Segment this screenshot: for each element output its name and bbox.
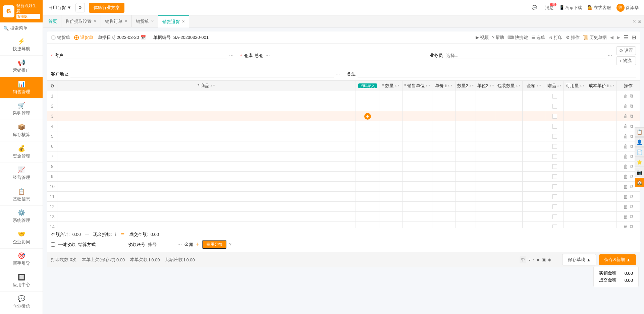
right-float-camera[interactable]: 📷: [635, 168, 644, 177]
gift-checkbox[interactable]: [552, 225, 557, 228]
row-copy-btn[interactable]: ⧉: [630, 153, 633, 159]
table-gear-icon[interactable]: ⚙: [50, 83, 54, 88]
col-unit-price-sort[interactable]: 单价 ℹ ▲▼: [435, 83, 452, 89]
tab-sale-return-close[interactable]: ✕: [182, 19, 185, 24]
row-delete-btn[interactable]: 🗑: [623, 134, 628, 139]
sidebar-item-finance[interactable]: 💰 资金管理: [0, 141, 43, 163]
row-copy-btn[interactable]: ⧉: [630, 204, 633, 209]
toolbar-help[interactable]: ? 帮助: [492, 35, 504, 41]
message-badge[interactable]: 💬 70 消息: [532, 5, 554, 11]
save-draft-button[interactable]: 保存草稿 ▲: [562, 254, 597, 265]
sidebar-item-marketing[interactable]: 📢 营销推广: [0, 56, 43, 77]
right-float-star[interactable]: ⭐: [635, 158, 644, 167]
logistics-side-btn[interactable]: + 物流: [616, 56, 636, 65]
sidebar-item-basic[interactable]: 📋 基础信息: [0, 184, 43, 206]
row-copy-btn[interactable]: ⧉: [630, 103, 633, 109]
taskbar-icon-2[interactable]: ÷: [528, 257, 531, 262]
one-click-payment-checkbox[interactable]: [51, 242, 55, 247]
salesperson-select-btn[interactable]: ···: [608, 53, 612, 59]
row-delete-btn[interactable]: 🗑: [623, 174, 628, 179]
tab-sale-order[interactable]: 销售订单 ✕: [101, 15, 132, 27]
taskbar-icon-6[interactable]: ⊕: [548, 257, 551, 262]
row-copy-btn[interactable]: ⧉: [630, 133, 633, 139]
row-delete-btn[interactable]: 🗑: [623, 194, 628, 199]
row-copy-btn[interactable]: ⧉: [630, 194, 633, 199]
right-float-home[interactable]: 🏠: [635, 178, 644, 187]
row-copy-btn[interactable]: ⧉: [630, 184, 633, 189]
view-grid-btn[interactable]: ⊞: [632, 34, 636, 41]
col-pack-qty-sort[interactable]: 包装数量 ▲▼: [497, 83, 521, 89]
col-available-sort[interactable]: 可用量 ▲▼: [566, 83, 585, 89]
right-float-document[interactable]: 📄: [635, 147, 644, 157]
toolbar-operation[interactable]: ⚙ 操作: [566, 35, 580, 41]
col-product-sort[interactable]: * 商品 ▲▼: [198, 83, 215, 89]
view-list-btn[interactable]: ☰: [624, 34, 628, 41]
taskbar-icon-3[interactable]: ↑: [533, 257, 535, 262]
sidebar-item-system[interactable]: ⚙️ 系统管理: [0, 206, 43, 227]
experience-button[interactable]: 体验行业方案: [89, 3, 124, 13]
row-copy-btn[interactable]: ⧉: [630, 113, 633, 119]
col-sale-unit-sort[interactable]: * 销售单位 ▲▼: [404, 83, 431, 89]
row-copy-btn[interactable]: ⧉: [630, 174, 633, 179]
col-gift-sort[interactable]: 赠品 ▲▼: [547, 83, 562, 89]
taskbar-icon-5[interactable]: ▣: [542, 257, 546, 262]
customer-addr-input[interactable]: [70, 71, 334, 77]
sidebar-search[interactable]: 🔍 搜索菜单: [0, 22, 43, 34]
row-delete-btn[interactable]: 🗑: [623, 184, 628, 189]
app-download[interactable]: 📱 App下载: [559, 5, 582, 11]
customer-select-btn[interactable]: ···: [229, 53, 233, 59]
add-amount-btn[interactable]: +: [196, 241, 200, 248]
tab-maximize[interactable]: ⊡: [638, 19, 641, 24]
col-qty2-sort[interactable]: 数量2 ▲▼: [457, 83, 474, 89]
sidebar-item-shortcuts[interactable]: ⚡ 快捷导航: [0, 34, 43, 56]
sidebar-item-operations[interactable]: 📈 经营管理: [0, 163, 43, 184]
account-num-input[interactable]: [148, 242, 175, 247]
gift-checkbox[interactable]: [552, 124, 557, 129]
col-unit2-sort[interactable]: 单位2 ▲▼: [477, 83, 494, 89]
taskbar-icon-4[interactable]: ■: [537, 257, 540, 262]
row-delete-btn[interactable]: 🗑: [623, 104, 628, 109]
gift-checkbox[interactable]: [552, 114, 557, 119]
salesperson-input[interactable]: [445, 52, 606, 59]
customer-input[interactable]: [65, 52, 227, 59]
row-delete-btn[interactable]: 🗑: [623, 124, 628, 129]
row-delete-btn[interactable]: 🗑: [623, 144, 628, 149]
settings-side-btn[interactable]: ⚙ 设置: [616, 46, 636, 55]
taskbar-icon-1[interactable]: 中: [520, 256, 526, 263]
online-service[interactable]: 💁 在线客服: [587, 5, 611, 11]
col-quantity-sort[interactable]: * 数量 ▲▼: [382, 83, 400, 89]
fee-split-btn[interactable]: 费用分摊: [202, 240, 226, 249]
sidebar-item-wechat[interactable]: 💬 企业微信: [0, 292, 43, 313]
sidebar-item-inventory[interactable]: 📦 库存核算: [0, 120, 43, 141]
toolbar-video[interactable]: ▶ 视频: [476, 35, 489, 41]
sidebar-item-newbie[interactable]: 🎯 新手引导: [0, 249, 43, 270]
sidebar-item-sales[interactable]: 📊 销售管理: [0, 77, 43, 99]
gift-checkbox[interactable]: [552, 94, 557, 99]
sidebar-item-purchase[interactable]: 🛒 采购管理: [0, 99, 43, 120]
col-scan[interactable]: 扫码录入: [356, 81, 379, 91]
header-settings-btn[interactable]: ⚙: [75, 3, 85, 12]
gift-checkbox[interactable]: [552, 194, 557, 199]
tab-sale-price-close[interactable]: ✕: [94, 19, 97, 23]
row-copy-btn[interactable]: ⧉: [630, 93, 633, 99]
tab-sale-out-close[interactable]: ✕: [151, 19, 154, 23]
row-copy-btn[interactable]: ⧉: [630, 164, 633, 169]
gift-checkbox[interactable]: [552, 214, 557, 219]
radio-sale[interactable]: 销货单: [51, 35, 70, 41]
gift-checkbox[interactable]: [552, 144, 557, 149]
radio-return[interactable]: 退货单: [74, 35, 93, 41]
row-delete-btn[interactable]: 🗑: [623, 214, 628, 219]
row-copy-btn[interactable]: ⧉: [630, 214, 633, 219]
tab-sale-price[interactable]: 售价提取设置 ✕: [61, 15, 101, 27]
row-delete-btn[interactable]: 🗑: [623, 204, 628, 209]
warehouse-select-btn[interactable]: ···: [265, 53, 270, 59]
right-float-clipboard[interactable]: 📋: [635, 127, 644, 137]
row-delete-btn[interactable]: 🗑: [623, 114, 628, 119]
scan-btn[interactable]: 扫码录入: [358, 83, 377, 88]
nav-next-btn[interactable]: ▶: [617, 35, 620, 40]
gift-checkbox[interactable]: [552, 104, 557, 109]
remarks-input[interactable]: [358, 71, 636, 77]
tab-close-window[interactable]: ✕: [633, 19, 636, 24]
gift-checkbox[interactable]: [552, 134, 557, 139]
toolbar-shortcut[interactable]: ⌨ 快捷键: [507, 35, 528, 41]
